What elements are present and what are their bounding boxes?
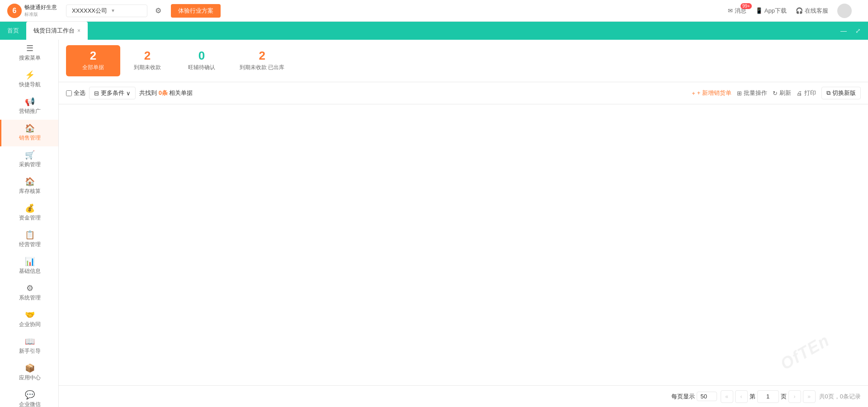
sidebar-item-sales-mgmt[interactable]: 🏠 销售管理 [0,120,58,146]
capital-icon: 💰 [25,204,35,212]
print-button[interactable]: 🖨 打印 [797,89,816,97]
download-icon: 📱 [755,7,763,14]
trial-button[interactable]: 体验行业方案 [171,4,221,18]
newbie-icon: 📖 [25,337,35,346]
tab-controls: — ⤢ [837,24,868,37]
select-all-input[interactable] [66,90,72,96]
logo-text: 畅捷通好生意 标准版 [24,4,57,17]
per-page-select[interactable]: 50 [697,392,717,401]
sidebar-item-biz-mgmt[interactable]: 📋 经营管理 [0,226,58,253]
page-size-select: 每页显示 50 [671,392,717,401]
sidebar-item-wechat[interactable]: 💬 企业微信 [0,386,58,407]
avatar[interactable] [837,4,852,18]
page-input[interactable] [757,390,779,403]
select-all-checkbox[interactable]: 全选 [66,89,85,97]
company-name: XXXXXX公司 [72,7,107,15]
tab-bar: 首页 钱货日清工作台 × — ⤢ [0,22,868,40]
sales-icon: 🏠 [25,124,35,132]
sidebar: ☰ 搜索菜单 ⚡ 快捷导航 📢 营销推广 🏠 销售管理 🛒 采购管理 🏠 库存核… [0,40,59,407]
card-wangpu-confirm[interactable]: 0 旺辅待确认 [175,45,229,76]
refresh-icon: ↻ [773,90,778,97]
add-icon: + [692,90,695,97]
batch-icon: ⊞ [737,90,742,97]
card-all-num: 2 [77,49,109,63]
main-layout: ☰ 搜索菜单 ⚡ 快捷导航 📢 营销推广 🏠 销售管理 🛒 采购管理 🏠 库存核… [0,40,868,407]
basic-info-icon: 📊 [25,257,35,266]
prev-page-button[interactable]: ‹ [735,390,748,403]
per-page-label: 每页显示 [671,393,695,401]
card-overdue-uncollect[interactable]: 2 到期未收款 [120,45,175,76]
message-icon: ✉ [728,7,733,14]
settings-button[interactable]: ⚙ [151,4,165,18]
sidebar-item-sys-mgmt[interactable]: ⚙ 系统管理 [0,280,58,306]
inventory-icon: 🏠 [25,178,35,186]
tab-home[interactable]: 首页 [0,22,26,40]
found-text: 共找到 0条 相关单据 [139,89,193,97]
switch-icon: ⧉ [826,89,830,97]
card-all-label: 全部单据 [77,64,109,71]
pagination-bar: 每页显示 50 « ‹ 第 页 › » 共0页，0条记录 [59,385,868,407]
chevron-down-icon: ▼ [111,8,115,13]
top-header: 6 畅捷通好生意 标准版 XXXXXX公司 ▼ ⚙ 体验行业方案 ✉ 消息 99… [0,0,868,22]
sidebar-item-enterprise[interactable]: 🤝 企业协同 [0,306,58,333]
tab-close-icon[interactable]: × [77,28,80,34]
search-menu-icon: ☰ [26,44,33,52]
card-outbound-label: 到期未收款 已出库 [240,64,284,71]
tab-minimize-button[interactable]: — [837,24,850,37]
switch-version-button[interactable]: ⧉ 切换新版 [821,87,861,99]
purchase-icon: 🛒 [25,151,35,159]
content-area: 2 全部单据 2 到期未收款 0 旺辅待确认 2 到期未收款 已出库 全选 [59,40,868,407]
page-nav: « ‹ 第 页 › » [721,390,816,403]
sidebar-item-quick-nav[interactable]: ⚡ 快捷导航 [0,66,58,93]
card-overdue-label: 到期未收款 [131,64,164,71]
last-page-button[interactable]: » [803,390,816,403]
sidebar-item-app-center[interactable]: 📦 应用中心 [0,360,58,386]
page-label2: 页 [781,393,787,401]
marketing-icon: 📢 [25,98,35,106]
batch-ops-button[interactable]: ⊞ 批量操作 [737,89,767,97]
sidebar-label: 搜索菜单 [19,54,41,62]
sidebar-item-marketing[interactable]: 📢 营销推广 [0,93,58,120]
first-page-button[interactable]: « [721,390,733,403]
card-all[interactable]: 2 全部单据 [66,45,120,76]
enterprise-icon: 🤝 [25,311,35,319]
card-outbound-num: 2 [240,49,284,63]
logo-icon: 6 [7,4,22,18]
company-selector[interactable]: XXXXXX公司 ▼ [66,5,147,17]
table-area [59,104,868,385]
header-right: ✉ 消息 99+ 📱 App下载 🎧 在线客服 [728,4,861,18]
found-count: 0条 [159,89,168,96]
online-service-button[interactable]: 🎧 在线客服 [796,7,828,15]
tab-maximize-button[interactable]: ⤢ [852,24,864,37]
card-wangpu-num: 0 [185,49,218,63]
toolbar-left: 全选 ⊟ 更多条件 ∨ 共找到 0条 相关单据 [66,87,688,99]
card-overdue-num: 2 [131,49,164,63]
sidebar-item-basic-info[interactable]: 📊 基础信息 [0,253,58,280]
filter-icon: ⊟ [94,90,99,97]
page-total: 共0页，0条记录 [819,393,861,401]
card-overdue-outbound[interactable]: 2 到期未收款 已出库 [229,45,295,76]
message-button[interactable]: ✉ 消息 99+ [728,7,746,15]
message-badge: 99+ [741,3,752,9]
tab-daily-clearing[interactable]: 钱货日清工作台 × [26,22,88,40]
sys-icon: ⚙ [26,284,33,292]
refresh-button[interactable]: ↻ 刷新 [773,89,791,97]
logo-area: 6 畅捷通好生意 标准版 [7,4,66,18]
sidebar-item-search-menu[interactable]: ☰ 搜索菜单 [0,40,58,66]
sidebar-item-capital-mgmt[interactable]: 💰 资金管理 [0,200,58,226]
filter-chevron-icon: ∨ [126,90,131,97]
page-label: 第 [750,393,755,401]
biz-icon: 📋 [25,231,35,239]
toolbar: 全选 ⊟ 更多条件 ∨ 共找到 0条 相关单据 + + 新增销货单 ⊞ [59,82,868,104]
service-icon: 🎧 [796,7,803,14]
app-download-button[interactable]: 📱 App下载 [755,7,787,15]
sidebar-item-newbie[interactable]: 📖 新手引导 [0,333,58,360]
add-sales-button[interactable]: + + 新增销货单 [692,89,731,97]
next-page-button[interactable]: › [788,390,801,403]
print-icon: 🖨 [797,90,802,97]
toolbar-right: + + 新增销货单 ⊞ 批量操作 ↻ 刷新 🖨 打印 ⧉ 切换新版 [692,87,861,99]
sidebar-item-inventory[interactable]: 🏠 库存核算 [0,173,58,200]
app-center-icon: 📦 [25,364,35,372]
more-filters-button[interactable]: ⊟ 更多条件 ∨ [89,87,136,99]
sidebar-item-purchase-mgmt[interactable]: 🛒 采购管理 [0,146,58,173]
